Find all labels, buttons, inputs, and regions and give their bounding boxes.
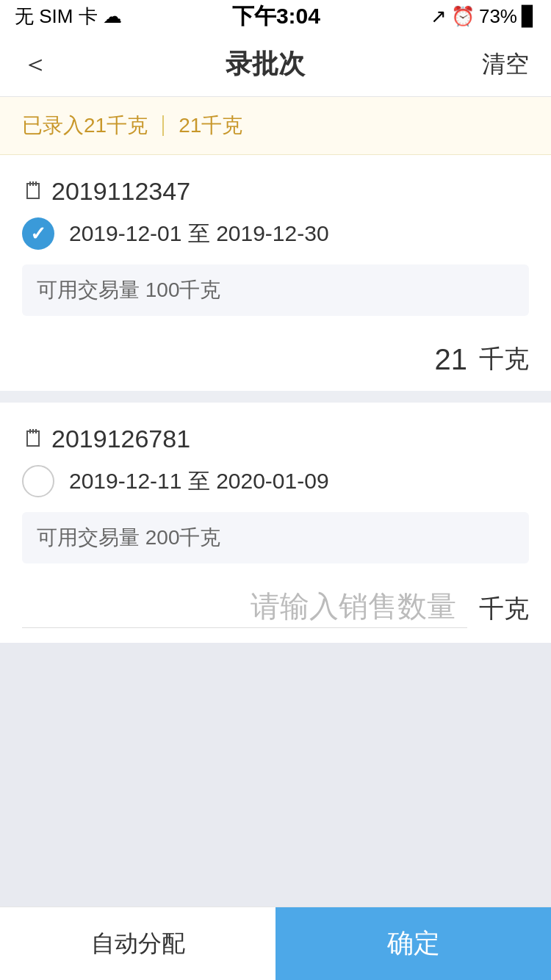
- clear-button[interactable]: 清空: [482, 48, 529, 81]
- no-sim-label: 无 SIM 卡 ☁: [15, 4, 122, 29]
- page-content: 已录入21千克 21千克 🗒 2019112347 ✓ 2019-12-01 至…: [0, 97, 551, 937]
- status-time: 下午3:04: [232, 1, 320, 32]
- summary-divider: [162, 115, 164, 136]
- battery-icon: ▊: [522, 5, 536, 28]
- batch2-checkbox[interactable]: [22, 465, 54, 497]
- status-right: ↗ ⏰ 73% ▊: [431, 5, 536, 28]
- batch2-quantity-unit: 千克: [479, 592, 529, 626]
- batch1-id: 2019112347: [51, 177, 190, 206]
- batch2-quota-row: 可用交易量 200千克: [22, 512, 529, 563]
- batch2-quantity-input[interactable]: [247, 590, 467, 623]
- batch1-date: 2019-12-01 至 2019-12-30: [69, 219, 329, 249]
- nav-bar: ＜ 录批次 清空: [0, 32, 551, 97]
- batch2-date: 2019-12-11 至 2020-01-09: [69, 466, 329, 497]
- batch2-input-wrapper: [22, 590, 467, 628]
- batch1-check-icon: ✓: [30, 223, 46, 245]
- card-divider-1: [0, 391, 551, 403]
- page-title: 录批次: [226, 46, 305, 82]
- bottom-bar: 自动分配 确定: [0, 907, 551, 980]
- batch2-doc-icon: 🗒: [22, 425, 46, 453]
- batch1-checkbox[interactable]: ✓: [22, 217, 54, 250]
- batch2-date-row: 2019-12-11 至 2020-01-09: [22, 465, 529, 497]
- batch1-quantity-unit: 千克: [479, 342, 529, 376]
- batch-card-2: 🗒 2019126781 2019-12-11 至 2020-01-09 可用交…: [0, 403, 551, 643]
- batch2-quantity-row: 千克: [0, 578, 551, 643]
- alarm-icon: ⏰: [451, 5, 475, 28]
- batch1-quantity-value: 21: [435, 343, 468, 376]
- batch1-quota-row: 可用交易量 100千克: [22, 264, 529, 316]
- summary-amount-label: 21千克: [179, 112, 242, 140]
- back-button[interactable]: ＜: [22, 46, 48, 82]
- status-bar: 无 SIM 卡 ☁ 下午3:04 ↗ ⏰ 73% ▊: [0, 0, 551, 32]
- battery-label: 73%: [479, 5, 517, 28]
- batch2-quota-text: 可用交易量 200千克: [37, 526, 221, 549]
- confirm-button[interactable]: 确定: [276, 907, 551, 980]
- batch2-id: 2019126781: [51, 425, 190, 453]
- bottom-spacer: [0, 643, 551, 937]
- status-left: 无 SIM 卡 ☁: [15, 4, 122, 29]
- summary-recorded-label: 已录入21千克: [22, 112, 148, 140]
- summary-bar: 已录入21千克 21千克: [0, 97, 551, 155]
- location-icon: ↗: [431, 5, 447, 28]
- batch1-doc-icon: 🗒: [22, 178, 46, 205]
- batch1-quota-text: 可用交易量 100千克: [37, 278, 221, 301]
- batch-card-1: 🗒 2019112347 ✓ 2019-12-01 至 2019-12-30 可…: [0, 155, 551, 391]
- batch1-id-row: 🗒 2019112347: [22, 177, 529, 206]
- batch1-date-row: ✓ 2019-12-01 至 2019-12-30: [22, 217, 529, 250]
- auto-distribute-button[interactable]: 自动分配: [0, 907, 276, 980]
- batch1-quantity-row: 21 千克: [0, 331, 551, 391]
- batch2-id-row: 🗒 2019126781: [22, 425, 529, 453]
